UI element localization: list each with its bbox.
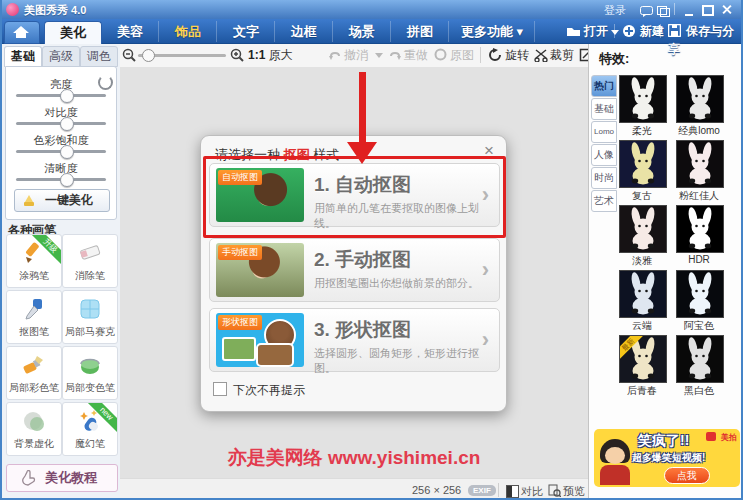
rotate-button[interactable]: 旋转 <box>505 47 529 64</box>
brush-local-recolor-pen[interactable]: 局部变色笔 <box>62 346 118 400</box>
statusbar-divider <box>498 483 499 497</box>
brush-local-color-pen[interactable]: 局部彩色笔 <box>6 346 62 400</box>
one-key-beautify-button[interactable]: 一键美化 <box>14 189 110 212</box>
open-button[interactable]: 打开 <box>566 22 619 40</box>
ad-banner[interactable]: 美拍 笑疯了!! 超多爆笑短视频! 点我 <box>594 429 740 487</box>
saturation-slider-handle[interactable] <box>60 145 74 159</box>
crop-button[interactable]: 裁剪 <box>550 47 574 64</box>
category-art[interactable]: 艺术 <box>591 190 617 212</box>
menu-bar: 美化 美容 饰品 文字 边框 场景 拼图 更多功能 ▾ 打开 新建 保存与分享 <box>0 19 743 44</box>
brush-background-blur[interactable]: 背景虚化 <box>6 402 62 456</box>
effect-thumbnail <box>619 205 667 253</box>
sharpness-slider-handle[interactable] <box>60 173 74 187</box>
effect-hdr[interactable]: HDR <box>676 205 722 265</box>
exif-badge[interactable]: EXIF <box>468 485 496 496</box>
compare-button[interactable]: 对比 <box>521 484 543 499</box>
sharpness-slider[interactable] <box>16 178 106 181</box>
option-manual-cutout[interactable]: 手动抠图 2. 手动抠图 用抠图笔圈出你想做前景的部分。 › <box>209 238 500 302</box>
brush-eraser-pen[interactable]: 消除笔 <box>62 234 118 288</box>
category-hot[interactable]: 热门 <box>591 75 617 97</box>
effect-classic-lomo[interactable]: 经典lomo <box>676 75 722 138</box>
effect-elegant[interactable]: 淡雅 <box>619 205 665 268</box>
effect-cloud[interactable]: 云端 <box>619 270 665 333</box>
option-shape-cutout[interactable]: 形状抠图 3. 形状抠图 选择圆形、圆角矩形，矩形进行抠图。 › <box>209 308 500 372</box>
effect-retro[interactable]: 复古 <box>619 140 665 203</box>
tab-more-functions[interactable]: 更多功能 ▾ <box>450 21 535 42</box>
app-window: 美图秀秀 4.0 登录 美化 美容 饰品 文字 边框 场景 拼图 更多功能 ▾ … <box>0 0 743 500</box>
beautify-tutorial-button[interactable]: 美化教程 <box>6 464 118 492</box>
watermark-text: 亦是美网络 www.yishimei.cn <box>120 445 588 471</box>
rounded-rect-shape <box>256 343 294 367</box>
brush-doodle-pen[interactable]: 升级 涂鸦笔 <box>6 234 62 288</box>
meipai-logo-icon <box>706 432 716 441</box>
hand-pointer-icon <box>19 470 37 486</box>
chevron-down-icon <box>611 30 619 35</box>
category-basic[interactable]: 基础 <box>591 98 617 120</box>
dialog-close-icon[interactable]: × <box>484 142 494 159</box>
zoom-slider-handle[interactable] <box>142 49 155 62</box>
save-share-button[interactable]: 保存与分享 <box>668 22 743 40</box>
skin-icon[interactable] <box>657 3 670 14</box>
close-button[interactable] <box>719 2 735 16</box>
zoom-in-icon[interactable] <box>230 48 244 62</box>
zoom-out-icon[interactable] <box>122 48 136 62</box>
new-button[interactable]: 新建 <box>622 22 664 40</box>
redo-icon <box>388 48 402 61</box>
contrast-slider[interactable] <box>16 122 106 125</box>
sidebar-tab-tone[interactable]: 调色 <box>80 46 118 67</box>
tab-beautify[interactable]: 美化 <box>44 21 102 44</box>
effect-thumbnail <box>619 270 667 318</box>
canvas-area: 请选择一种 抠图 样式 × 自动抠图 1. 自动抠图 用简单的几笔在要抠取的图像… <box>120 67 588 478</box>
category-lomo[interactable]: Lomo <box>591 121 617 143</box>
tab-frame[interactable]: 边框 <box>276 21 333 42</box>
ad-subline: 超多爆笑短视频! <box>632 451 705 465</box>
category-fashion[interactable]: 时尚 <box>591 167 617 189</box>
sidebar-tab-advanced[interactable]: 高级 <box>42 46 80 67</box>
brush-cutout-pen[interactable]: 抠图笔 <box>6 290 62 344</box>
tab-collage[interactable]: 拼图 <box>392 21 449 42</box>
effect-thumbnail <box>676 335 724 383</box>
effect-soft-light[interactable]: 柔光 <box>619 75 665 138</box>
compare-icon <box>506 485 519 498</box>
contrast-slider-handle[interactable] <box>60 117 74 131</box>
zoom-ratio-button[interactable]: 1:1 原大 <box>248 47 293 64</box>
option-auto-cutout[interactable]: 自动抠图 1. 自动抠图 用简单的几笔在要抠取的图像上划线。 › <box>209 163 500 227</box>
window-border-left <box>0 0 2 500</box>
tab-cosmetic[interactable]: 美容 <box>102 21 159 42</box>
effects-title: 特效: <box>599 50 629 68</box>
brush-magic-pen[interactable]: new 魔幻笔 <box>62 402 118 456</box>
effect-thumbnail: 最新 <box>619 335 667 383</box>
brush-local-mosaic[interactable]: 局部马赛克 <box>62 290 118 344</box>
effect-thumbnail <box>619 140 667 188</box>
login-link[interactable]: 登录 <box>604 3 626 18</box>
effect-post-youth[interactable]: 最新 后青春 <box>619 335 665 398</box>
minimize-button[interactable] <box>681 2 697 16</box>
effect-abao-color[interactable]: 阿宝色 <box>676 270 722 333</box>
tab-text[interactable]: 文字 <box>218 21 275 42</box>
slider-label-contrast: 对比度 <box>6 105 116 120</box>
effect-thumbnail <box>676 205 724 253</box>
brightness-slider[interactable] <box>16 94 106 97</box>
chevron-right-icon: › <box>482 257 489 283</box>
original-image-icon <box>434 48 447 61</box>
magic-brush-icon <box>23 194 37 207</box>
tab-home[interactable] <box>4 21 40 44</box>
tab-accessories[interactable]: 饰品 <box>160 21 217 42</box>
effect-black-white[interactable]: 黑白色 <box>676 335 722 398</box>
mosaic-icon <box>77 296 103 322</box>
effect-pink-lady[interactable]: 粉红佳人 <box>676 140 722 203</box>
shape-cutout-thumbnail: 形状抠图 <box>216 313 304 367</box>
feedback-icon[interactable] <box>640 3 653 14</box>
brightness-slider-handle[interactable] <box>60 89 74 103</box>
ad-click-button[interactable]: 点我 <box>664 467 710 484</box>
maximize-button[interactable] <box>700 2 716 16</box>
sidebar-tab-basic[interactable]: 基础 <box>4 46 42 67</box>
preview-button[interactable]: 预览 <box>563 484 585 499</box>
dont-show-again-checkbox[interactable] <box>213 382 227 396</box>
category-portrait[interactable]: 人像 <box>591 144 617 166</box>
ad-brand-label: 美拍 <box>721 432 737 443</box>
window-title: 美图秀秀 4.0 <box>24 3 86 18</box>
saturation-slider[interactable] <box>16 150 106 153</box>
slider-label-brightness: 亮度 <box>6 77 116 92</box>
tab-scene[interactable]: 场景 <box>334 21 391 42</box>
